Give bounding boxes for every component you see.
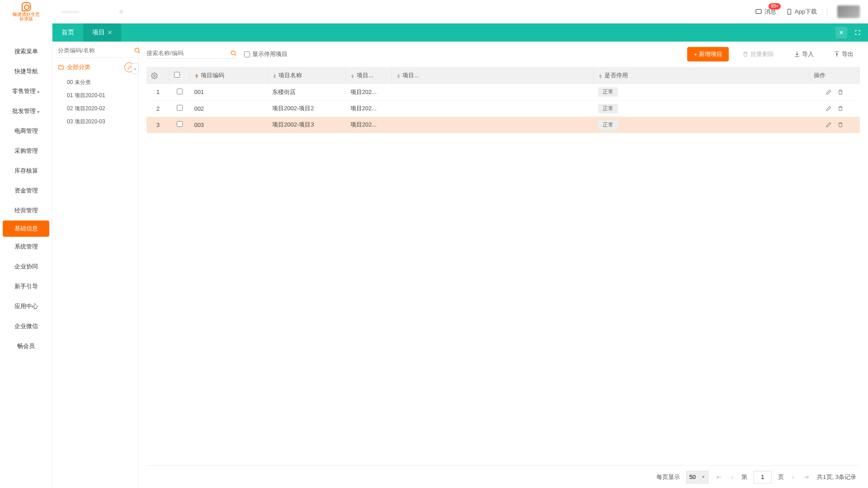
select-all-checkbox[interactable] bbox=[174, 72, 180, 78]
nav-item-9[interactable]: 基础信息 bbox=[3, 221, 49, 237]
app-download-button[interactable]: App下载 bbox=[786, 8, 817, 16]
tree-item-2[interactable]: 02 项目2020-02 bbox=[58, 102, 134, 115]
gear-icon bbox=[151, 72, 158, 79]
export-button[interactable]: 导出 bbox=[827, 47, 860, 61]
edit-icon bbox=[826, 105, 832, 112]
divider bbox=[827, 7, 827, 16]
tab-bar: 首页 项目 ✕ bbox=[0, 23, 868, 42]
add-project-button[interactable]: + 新增项目 bbox=[687, 47, 729, 61]
delete-button[interactable] bbox=[837, 105, 844, 112]
nav-item-7[interactable]: 资金管理 bbox=[0, 181, 52, 201]
page-input[interactable] bbox=[754, 471, 772, 483]
nav-item-6[interactable]: 库存核算 bbox=[0, 161, 52, 181]
add-label: 新增项目 bbox=[699, 50, 722, 58]
trash-icon bbox=[742, 51, 749, 57]
company-selector[interactable]: ——— ▾ bbox=[52, 8, 123, 15]
close-icon[interactable]: ✕ bbox=[108, 29, 112, 36]
row-code: 002 bbox=[189, 100, 268, 117]
col-name[interactable]: ▲▼项目名称 bbox=[268, 67, 346, 84]
tree-search bbox=[58, 47, 134, 58]
prev-page-button[interactable]: ‹ bbox=[730, 474, 735, 480]
nav-item-10[interactable]: 系统管理 bbox=[0, 237, 52, 257]
delete-button[interactable] bbox=[837, 122, 844, 128]
row-category1: 项目202... bbox=[346, 117, 392, 133]
row-checkbox-cell bbox=[170, 117, 190, 133]
show-disabled-label: 显示停用项目 bbox=[252, 50, 288, 58]
col-status[interactable]: ▲▼是否停用 bbox=[594, 67, 809, 84]
table-row[interactable]: 2002项目2002-项目2项目202...正常 bbox=[146, 100, 860, 117]
expand-icon bbox=[854, 29, 861, 36]
tree-search-input[interactable] bbox=[58, 47, 134, 54]
row-checkbox[interactable] bbox=[177, 121, 183, 127]
folder-icon bbox=[58, 64, 64, 70]
tabs-close-all-button[interactable] bbox=[835, 27, 847, 38]
messages-button[interactable]: 消息 99+ bbox=[755, 8, 776, 16]
row-operations bbox=[809, 100, 860, 117]
col-category2[interactable]: ▲▼项目... bbox=[392, 67, 594, 84]
main-panel: 显示停用项目 + 新增项目 批量删除 导入 导出 bbox=[138, 42, 868, 488]
checkbox-column bbox=[170, 67, 190, 84]
edit-icon bbox=[826, 89, 832, 95]
col-code[interactable]: ▲▼项目编码 bbox=[189, 67, 268, 84]
table-row[interactable]: 3003项目2002-项目3项目202...正常 bbox=[146, 117, 860, 133]
brand-line2: 标准版 bbox=[19, 17, 33, 21]
row-checkbox-cell bbox=[170, 100, 190, 117]
nav-item-5[interactable]: 采购管理 bbox=[0, 141, 52, 161]
chevron-right-icon: ▸ bbox=[38, 89, 40, 94]
show-disabled-checkbox[interactable]: 显示停用项目 bbox=[244, 50, 288, 58]
search-icon[interactable] bbox=[134, 47, 141, 54]
nav-item-3[interactable]: 批发管理▸ bbox=[0, 101, 52, 121]
edit-button[interactable] bbox=[826, 122, 832, 128]
nav-item-4[interactable]: 电商管理 bbox=[0, 121, 52, 141]
col-category1[interactable]: ▲▼项目... bbox=[346, 67, 392, 84]
search-icon[interactable] bbox=[230, 50, 237, 56]
search-input[interactable] bbox=[146, 50, 230, 56]
trash-icon bbox=[837, 105, 844, 112]
import-icon bbox=[794, 51, 800, 57]
trash-icon bbox=[837, 122, 844, 128]
tab-project[interactable]: 项目 ✕ bbox=[83, 23, 121, 42]
table-row[interactable]: 1001东楼街店项目202...正常 bbox=[146, 84, 860, 100]
row-category2 bbox=[392, 117, 594, 133]
nav-item-8[interactable]: 经营管理 bbox=[0, 201, 52, 221]
nav-item-12[interactable]: 新手引导 bbox=[0, 277, 52, 296]
nav-item-0[interactable]: 搜索菜单 bbox=[0, 42, 52, 61]
import-button[interactable]: 导入 bbox=[788, 47, 820, 61]
row-checkbox[interactable] bbox=[177, 105, 183, 111]
collapse-tree-button[interactable]: « bbox=[132, 63, 139, 74]
edit-button[interactable] bbox=[826, 105, 832, 112]
first-page-button[interactable]: ⇤ bbox=[715, 474, 723, 480]
batch-delete-button[interactable]: 批量删除 bbox=[736, 47, 780, 61]
search-box bbox=[146, 50, 237, 59]
settings-column[interactable] bbox=[146, 67, 170, 84]
tab-home[interactable]: 首页 bbox=[52, 23, 83, 42]
next-page-button[interactable]: › bbox=[790, 474, 796, 480]
checkbox-input[interactable] bbox=[244, 52, 250, 57]
row-category1: 项目202... bbox=[346, 84, 392, 100]
nav-item-15[interactable]: 畅会员 bbox=[0, 336, 52, 356]
tree-item-3[interactable]: 03 项目2020-03 bbox=[58, 115, 134, 128]
row-checkbox[interactable] bbox=[177, 89, 183, 94]
user-avatar[interactable] bbox=[837, 5, 860, 18]
nav-item-14[interactable]: 企业微信 bbox=[0, 316, 52, 336]
messages-badge: 99+ bbox=[769, 3, 781, 9]
nav-item-11[interactable]: 企业协同 bbox=[0, 257, 52, 277]
per-page-select[interactable]: 50 bbox=[686, 471, 708, 483]
edit-button[interactable] bbox=[826, 89, 832, 95]
svg-point-4 bbox=[154, 75, 156, 76]
tree-item-1[interactable]: 01 项目2020-01 bbox=[58, 89, 134, 102]
nav-item-2[interactable]: 零售管理▸ bbox=[0, 81, 52, 101]
tree-root[interactable]: 全部分类 bbox=[58, 62, 134, 72]
company-name: ——— bbox=[61, 8, 79, 15]
top-bar: 畅捷通好生意 标准版 ——— ▾ 消息 99+ App下载 bbox=[0, 0, 868, 23]
brand-line1: 畅捷通好生意 bbox=[13, 12, 40, 17]
row-operations bbox=[809, 84, 860, 100]
row-name: 项目2002-项目2 bbox=[268, 100, 346, 117]
chat-icon bbox=[755, 8, 762, 15]
nav-item-13[interactable]: 应用中心 bbox=[0, 296, 52, 316]
tree-item-0[interactable]: 00 未分类 bbox=[58, 76, 134, 89]
nav-item-1[interactable]: 快捷导航 bbox=[0, 61, 52, 81]
last-page-button[interactable]: ⇥ bbox=[802, 474, 811, 480]
fullscreen-button[interactable] bbox=[852, 27, 863, 38]
delete-button[interactable] bbox=[837, 89, 844, 95]
